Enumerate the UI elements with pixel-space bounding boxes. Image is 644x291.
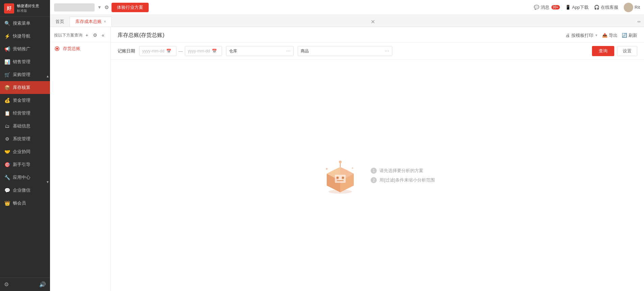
print-icon: 🖨 [566,33,570,38]
sidebar-sound-icon[interactable]: 🔊 [39,281,46,288]
date-start-placeholder: yyyy-mm-dd [142,49,164,53]
sidebar-item-appcenter[interactable]: 🔧 应用中心 [0,171,50,184]
export-label: 导出 [609,32,618,39]
svg-text:✦: ✦ [325,167,328,171]
export-btn[interactable]: 📤 导出 [602,32,618,39]
tab-panel-expand-btn[interactable]: ⇔ [634,17,644,27]
sidebar-item-operations[interactable]: 📋 经营管理 [0,107,50,120]
scheme-item-icon [54,46,60,52]
sidebar-item-label: 资金管理 [13,97,30,103]
appcenter-icon: 🔧 [4,174,10,180]
empty-state: ✦ ✦ 1 请先选择要分析的方案 2 用[过滤]条件来缩小分析范围 [111,60,644,291]
right-panel: 库存总账(存货总账) 🖨 按模板打印 ▼ 📤 导出 🔄 刷新 [111,27,644,291]
sidebar-search[interactable]: 🔍 搜索菜单 [0,17,50,30]
sidebar-item-enterprise[interactable]: 🤝 企业协同 [0,145,50,158]
app-name: 畅捷通好生意 [17,3,39,8]
enterprise-icon: 🤝 [4,149,10,155]
svg-rect-13 [337,180,344,181]
sidebar-item-label: 经营管理 [13,110,30,116]
svg-point-12 [342,177,344,178]
user-name: Rit [635,5,640,10]
sidebar-item-purchase[interactable]: 🛒 采购管理 [0,68,50,81]
filter-date-start[interactable]: yyyy-mm-dd 📅 [139,46,176,56]
calendar-end-icon[interactable]: 📅 [212,49,217,53]
topbar-right: 💬 消息 99+ 📱 App下载 🎧 在线客服 Rit [534,3,640,12]
sidebar-item-inventory[interactable]: 📦 库存核算 [0,81,50,94]
app-badge: 标准版 [17,8,39,13]
filter-warehouse[interactable]: 仓库 ··· [226,46,294,56]
print-btn[interactable]: 🖨 按模板打印 ▼ [566,32,598,39]
sidebar-item-label: 基础信息 [13,123,30,129]
sidebar-item-label: 库存核算 [13,84,30,91]
sidebar-item-newguide[interactable]: 🎯 新手引导 [0,158,50,171]
date-end-placeholder: yyyy-mm-dd [188,49,210,53]
add-scheme-btn[interactable]: + [83,32,90,39]
app-download-label: App下载 [572,4,589,10]
sidebar-item-sales[interactable]: 📊 销售管理 [0,55,50,68]
sidebar-item-wechat[interactable]: 💬 企业微信 [0,184,50,197]
industry-btn[interactable]: 体验行业方案 [112,3,149,12]
export-icon: 📤 [602,33,608,38]
sidebar-item-label: 企业微信 [13,187,30,193]
calendar-start-icon[interactable]: 📅 [166,49,171,53]
print-label: 按模板打印 [571,32,593,39]
filter-date-group: yyyy-mm-dd 📅 — yyyy-mm-dd 📅 [139,46,222,56]
svg-point-15 [339,161,342,163]
chevron-down-icon[interactable]: ▼ [97,5,102,10]
empty-tip-2: 2 用[过滤]条件来缩小分析范围 [371,177,435,183]
scheme-settings-btn[interactable]: ⚙ [92,32,98,39]
sales-icon: 📊 [4,59,10,65]
print-chevron: ▼ [595,33,598,37]
sidebar-item-label: 畅会员 [13,200,26,206]
warehouse-more-icon[interactable]: ··· [286,48,291,54]
sidebar-item-label: 企业协同 [13,149,30,155]
empty-tip-1: 1 请先选择要分析的方案 [371,168,435,174]
page-title: 库存总账(存货总账) [118,32,165,39]
left-panel-actions: + ⚙ « [83,32,106,39]
newguide-icon: 🎯 [4,162,10,168]
tab-home[interactable]: 首页 [50,17,70,27]
online-service-item[interactable]: 🎧 在线客服 [594,4,618,10]
wechat-icon: 💬 [4,187,10,193]
sidebar-item-shortcut[interactable]: ⚡ 快捷导航 [0,30,50,43]
sidebar-item-label: 新手引导 [13,162,30,168]
empty-tips: 1 请先选择要分析的方案 2 用[过滤]条件来缩小分析范围 [371,168,435,183]
online-service-label: 在线客服 [601,4,618,10]
collapse-panel-btn[interactable]: « [100,32,106,39]
sidebar-settings-icon[interactable]: ⚙ [4,281,9,288]
svg-text:✦: ✦ [351,166,354,170]
sidebar-scroll-down[interactable]: ▼ [46,180,49,184]
tab-panel-close-btn[interactable]: ✕ [368,17,378,27]
tab-inventory-ledger[interactable]: 库存成本总账 × [70,17,112,27]
svg-point-1 [56,48,58,50]
sidebar-item-system[interactable]: ⚙ 系统管理 [0,132,50,145]
sidebar-item-label: 采购管理 [13,72,30,78]
scheme-item-inventory[interactable]: 存货总账 [50,42,110,55]
left-panel: 按以下方案查询 + ⚙ « 存货总账 [50,27,111,291]
purchase-icon: 🛒 [4,72,10,78]
member-icon: 👑 [4,200,10,206]
goods-label: 商品 [301,48,309,54]
tab-close-icon[interactable]: × [104,19,106,24]
shortcut-icon: ⚡ [4,33,10,39]
left-panel-title: 按以下方案查询 [54,32,82,38]
refresh-btn[interactable]: 🔄 刷新 [622,32,637,39]
setting-btn[interactable]: 设置 [617,46,637,56]
user-item[interactable]: Rit [624,3,640,12]
sidebar-item-member[interactable]: 👑 畅会员 [0,197,50,210]
phone-icon: 📱 [565,5,571,10]
page-header: 库存总账(存货总账) 🖨 按模板打印 ▼ 📤 导出 🔄 刷新 [111,27,644,43]
app-download-item[interactable]: 📱 App下载 [565,4,589,10]
message-item[interactable]: 💬 消息 99+ [534,4,560,10]
topbar-settings-icon[interactable]: ⚙ [104,4,109,10]
filter-goods[interactable]: 商品 ··· [298,46,392,56]
sidebar-item-basic[interactable]: 🗂 基础信息 [0,120,50,132]
filter-date-end[interactable]: yyyy-mm-dd 📅 [185,46,222,56]
sidebar-item-marketing[interactable]: 📢 营销推广 [0,43,50,55]
sidebar-scroll-up[interactable]: ▲ [46,74,49,78]
user-avatar [624,3,633,12]
search-icon: 🔍 [4,20,10,26]
goods-more-icon[interactable]: ··· [385,48,389,54]
sidebar-item-finance[interactable]: 💰 资金管理 [0,94,50,107]
query-btn[interactable]: 查询 [592,46,614,56]
